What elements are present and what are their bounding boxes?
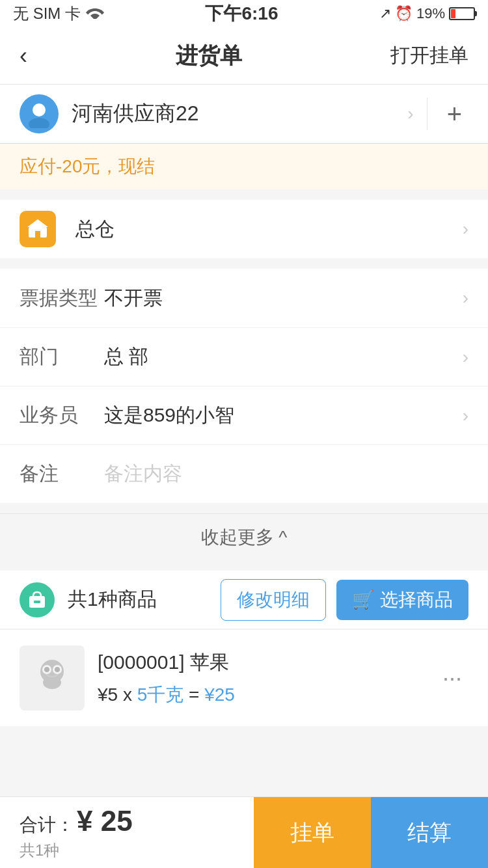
footer: 合计： ¥ 25 共1种 挂单 结算 [0,796,488,868]
warehouse-name: 总仓 [75,216,456,243]
warning-banner: 应付-20元，现结 [0,143,488,189]
edit-details-button[interactable]: 修改明细 [221,579,326,621]
battery-percent: 19% [416,5,445,22]
signal-text: 无 SIM 卡 [13,3,81,24]
add-button[interactable]: + [441,93,468,135]
invoice-label: 票据类型 [20,285,98,312]
remark-label: 备注 [20,461,98,487]
status-bar: 无 SIM 卡 下午6:16 ↗ ⏰ 19% [0,0,488,27]
warning-text: 应付-20元，现结 [20,156,155,176]
total-label: 合计： [20,813,74,837]
hang-button[interactable]: 挂单 [254,797,371,869]
department-label: 部门 [20,344,98,370]
svg-point-0 [33,103,46,116]
status-right: ↗ ⏰ 19% [379,5,475,22]
chevron-right-icon: › [463,405,468,426]
product-code: [0000001] 苹果 [98,651,229,673]
status-time: 下午6:16 [205,1,278,26]
product-info: [0000001] 苹果 ¥5 x 5千克 = ¥25 [98,649,436,707]
chevron-right-icon: › [463,347,468,368]
products-icon [20,582,55,617]
svg-rect-6 [34,601,40,603]
status-left: 无 SIM 卡 [13,3,104,24]
price-eq: = [189,685,204,705]
alarm-icon: ⏰ [395,5,413,22]
products-section: 共1种商品 修改明细 🛒 选择商品 [0,571,488,726]
svg-point-12 [43,676,61,689]
supplier-avatar [20,94,59,133]
select-icon: 🛒 [352,589,375,610]
warehouse-icon [20,211,56,247]
product-item: [0000001] 苹果 ¥5 x 5千克 = ¥25 ··· [0,629,488,726]
invoice-row[interactable]: 票据类型 不开票 › [0,269,488,327]
nav-bar: ‹ 进货单 打开挂单 [0,27,488,85]
salesperson-row[interactable]: 业务员 这是859的小智 › [0,386,488,444]
select-label: 选择商品 [380,588,453,612]
remark-placeholder: 备注内容 [104,461,468,487]
chevron-right-icon: › [463,219,468,239]
supplier-section: 河南供应商22 › + 应付-20元，现结 [0,85,488,189]
more-options-button[interactable]: ··· [436,658,468,698]
main-content: 河南供应商22 › + 应付-20元，现结 总仓 › 票据类型 不开票 [0,85,488,815]
svg-marker-3 [27,219,48,227]
svg-point-10 [44,667,49,672]
select-product-button[interactable]: 🛒 选择商品 [336,580,468,620]
total-sub: 共1种 [20,840,234,861]
supplier-name: 河南供应商22 [72,100,401,128]
products-header: 共1种商品 修改明细 🛒 选择商品 [0,571,488,629]
location-icon: ↗ [379,5,391,22]
product-name: [0000001] 苹果 [98,649,436,676]
chevron-right-icon: › [407,103,413,124]
supplier-row[interactable]: 河南供应商22 › + [0,85,488,143]
collapse-label: 收起更多 ^ [201,525,288,550]
price-base: ¥5 x [98,685,137,705]
checkout-button[interactable]: 结算 [371,797,488,869]
wifi-icon [86,5,104,23]
product-price: ¥5 x 5千克 = ¥25 [98,683,436,707]
remark-row[interactable]: 备注 备注内容 [0,444,488,503]
svg-point-1 [29,118,49,128]
salesperson-value: 这是859的小智 [104,402,456,429]
chevron-right-icon: › [463,288,468,308]
products-count: 共1种商品 [68,586,221,613]
salesperson-label: 业务员 [20,402,98,429]
form-section: 票据类型 不开票 › 部门 总 部 › 业务员 这是859的小智 › 备注 备注… [0,269,488,503]
total-amount: ¥ 25 [77,805,133,837]
warehouse-row[interactable]: 总仓 › [0,200,488,258]
invoice-value: 不开票 [104,285,456,312]
open-hang-button[interactable]: 打开挂单 [390,42,468,69]
collapse-button[interactable]: 收起更多 ^ [0,513,488,560]
svg-point-11 [55,667,60,672]
page-title: 进货单 [176,41,242,71]
svg-rect-4 [35,231,40,237]
footer-total: 合计： ¥ 25 共1种 [0,805,254,861]
price-total: ¥25 [204,685,235,705]
battery-icon [449,7,475,20]
warehouse-section: 总仓 › [0,200,488,258]
back-button[interactable]: ‹ [20,42,27,70]
department-value: 总 部 [104,344,456,370]
department-row[interactable]: 部门 总 部 › [0,327,488,386]
divider [427,98,427,130]
price-quantity: 5千克 [137,685,184,705]
product-thumbnail [20,645,85,711]
